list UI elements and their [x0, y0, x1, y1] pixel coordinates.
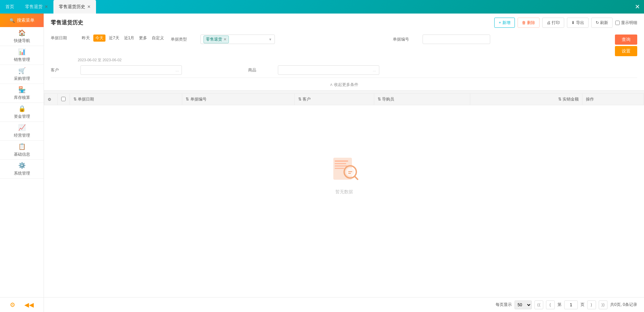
table-container: ⚙ ⇅ 单据日期 ⇅ 单据编号 ⇅ 客户 [44, 93, 644, 297]
tab-retail-return-close-icon[interactable]: ✕ [45, 4, 48, 9]
sidebar-item-sales-mgmt[interactable]: 📊 销售管理 [0, 46, 44, 65]
sidebar-item-system-mgmt[interactable]: ⚙️ 系统管理 [0, 160, 44, 179]
tab-retail-return-label: 零售退货 [25, 4, 43, 10]
page-unit: 页 [580, 302, 585, 308]
finance-icon: 🔒 [18, 105, 26, 112]
goods-ellipsis: ... [373, 68, 376, 72]
sidebar-item-inventory-label: 库存核算 [14, 95, 30, 101]
page-first-button[interactable]: ⟨⟨ [534, 300, 543, 309]
svg-rect-8 [348, 171, 352, 172]
new-button[interactable]: + 新增 [494, 18, 515, 28]
sidebar-bottom: ⚙ ◀◀ [0, 297, 44, 312]
tab-retail-return-history-close-icon[interactable]: ✕ [87, 4, 91, 9]
empty-state: 暂无数据 [44, 105, 644, 241]
customer-filter-input[interactable]: ... [80, 65, 182, 75]
page-header: 零售退货历史 + 新增 🗑 删除 🖨 打印 ⬇ 导出 ↻ 刷新 显示明细 [44, 14, 644, 91]
empty-state-row: 暂无数据 [44, 105, 644, 241]
column-customer-label: ⇅ 客户 [298, 97, 311, 102]
table-body: 暂无数据 [44, 105, 644, 241]
svg-rect-9 [348, 173, 351, 174]
doc-type-select[interactable]: 零售退货 ✕ ▼ [200, 35, 275, 44]
date-opt-1month[interactable]: 近1月 [123, 35, 136, 42]
doc-type-tag: 零售退货 ✕ [204, 36, 229, 43]
sidebar-item-quick-nav[interactable]: 🏠 快捷导航 [0, 27, 44, 46]
sidebar-item-purchase-mgmt[interactable]: 🛒 采购管理 [0, 65, 44, 84]
show-detail-checkbox[interactable] [615, 21, 620, 25]
setting-button[interactable]: 设置 [615, 46, 637, 56]
page-next-button[interactable]: ⟩ [587, 300, 596, 309]
pagination: 每页显示 50 20 100 ⟨⟨ ⟨ 第 页 ⟩ ⟩⟩ 共0页, 0条记录 [44, 297, 644, 312]
purchase-icon: 🛒 [18, 67, 26, 74]
tab-retail-return-history-label: 零售退货历史 [59, 4, 85, 10]
empty-label: 暂无数据 [335, 189, 353, 195]
date-opt-yesterday[interactable]: 昨天 [80, 35, 91, 42]
svg-rect-2 [335, 163, 346, 164]
doc-num-input[interactable] [423, 35, 490, 44]
delete-button[interactable]: 🗑 删除 [518, 18, 540, 28]
column-action: 操作 [582, 94, 644, 105]
tab-home-label: 首页 [5, 4, 14, 10]
doc-type-label: 单据类型 [171, 37, 198, 42]
column-amount[interactable]: ⇅ 实销金额 [470, 94, 582, 105]
data-table: ⚙ ⇅ 单据日期 ⇅ 单据编号 ⇅ 客户 [44, 93, 644, 241]
content-area: 零售退货历史 + 新增 🗑 删除 🖨 打印 ⬇ 导出 ↻ 刷新 显示明细 [44, 14, 644, 312]
page-title-row: 零售退货历史 + 新增 🗑 删除 🖨 打印 ⬇ 导出 ↻ 刷新 显示明细 [51, 18, 637, 28]
column-doc-date[interactable]: ⇅ 单据日期 [70, 94, 182, 105]
svg-rect-3 [335, 165, 348, 166]
doc-type-tag-close-icon[interactable]: ✕ [223, 37, 226, 42]
print-button[interactable]: 🖨 打印 [542, 18, 564, 28]
column-action-label: 操作 [586, 97, 594, 102]
page-label: 第 [557, 302, 562, 308]
column-checkbox[interactable] [58, 94, 70, 105]
page-size-label: 每页显示 [496, 302, 512, 308]
column-guide[interactable]: ⇅ 导购员 [374, 94, 470, 105]
settings-bottom-icon[interactable]: ⚙ [10, 301, 15, 309]
column-doc-num[interactable]: ⇅ 单据编号 [182, 94, 294, 105]
customer-ellipsis: ... [175, 68, 179, 72]
page-last-button[interactable]: ⟩⟩ [599, 300, 607, 309]
svg-rect-1 [335, 160, 348, 162]
column-customer[interactable]: ⇅ 客户 [294, 94, 374, 105]
sidebar-item-finance-mgmt[interactable]: 🔒 资金管理 [0, 103, 44, 122]
audio-bottom-icon[interactable]: ◀◀ [24, 301, 34, 309]
select-all-checkbox[interactable] [61, 97, 66, 101]
doc-type-tag-label: 零售退货 [206, 37, 222, 42]
empty-illustration [327, 151, 361, 185]
export-button[interactable]: ⬇ 导出 [567, 18, 588, 28]
tab-home[interactable]: 首页 [0, 0, 20, 14]
column-guide-label: ⇅ 导购员 [378, 97, 394, 102]
sidebar-item-inventory-mgmt[interactable]: 🏪 库存核算 [0, 84, 44, 103]
page-prev-button[interactable]: ⟨ [546, 300, 555, 309]
tab-retail-return-history[interactable]: 零售退货历史 ✕ [53, 0, 96, 14]
sidebar-item-operations-mgmt[interactable]: 📈 经营管理 [0, 122, 44, 141]
sidebar-item-basic-info[interactable]: 📋 基础信息 [0, 141, 44, 160]
page-number-input[interactable] [564, 300, 578, 309]
window-close-icon[interactable]: ✕ [635, 3, 640, 10]
sidebar-search-label: 搜索菜单 [17, 17, 34, 23]
system-icon: ⚙️ [18, 162, 26, 169]
page-size-select[interactable]: 50 20 100 [515, 300, 532, 309]
sidebar-search[interactable]: 🔍 搜索菜单 [0, 14, 44, 27]
column-settings[interactable]: ⚙ [44, 94, 58, 105]
tab-retail-return[interactable]: 零售退货 ✕ [20, 0, 53, 14]
total-info: 共0页, 0条记录 [610, 302, 637, 308]
svg-line-7 [355, 176, 358, 179]
show-detail-checkbox-group: 显示明细 [615, 20, 637, 26]
sidebar-item-finance-label: 资金管理 [14, 114, 30, 119]
goods-filter-input[interactable]: ... [278, 65, 379, 75]
refresh-button[interactable]: ↻ 刷新 [591, 18, 613, 28]
table-header: ⚙ ⇅ 单据日期 ⇅ 单据编号 ⇅ 客户 [44, 94, 644, 105]
date-opt-more[interactable]: 更多 [138, 35, 148, 42]
filter-area: 单据日期 昨天 今天 近7天 近1月 更多 自定义 单据类型 [51, 32, 637, 90]
date-opt-today[interactable]: 今天 [93, 35, 105, 42]
date-opt-custom[interactable]: 自定义 [150, 35, 165, 42]
main-layout: 🔍 搜索菜单 🏠 快捷导航 📊 销售管理 🛒 采购管理 🏪 库存核算 🔒 资金管… [0, 14, 644, 312]
toolbar: + 新增 🗑 删除 🖨 打印 ⬇ 导出 ↻ 刷新 显示明细 [494, 18, 637, 28]
query-button[interactable]: 查询 [615, 35, 637, 45]
collapse-filter-button[interactable]: ∧ 收起更多条件 [324, 81, 364, 89]
date-opt-7days[interactable]: 近7天 [108, 35, 121, 42]
column-doc-num-label: ⇅ 单据编号 [186, 97, 206, 102]
page-title: 零售退货历史 [51, 19, 83, 26]
goods-filter-label: 商品 [248, 67, 275, 73]
sidebar-item-purchase-label: 采购管理 [14, 76, 30, 82]
